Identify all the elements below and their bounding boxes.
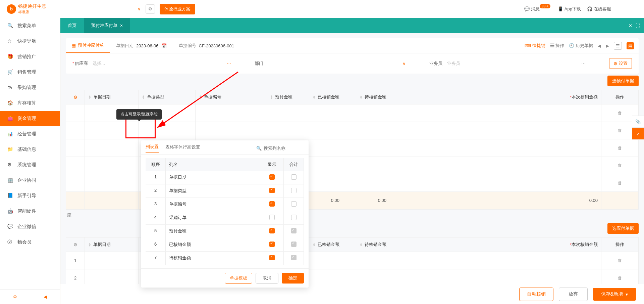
tab-close-all-icon[interactable]: ✕ (629, 23, 632, 28)
show-checkbox[interactable] (269, 174, 275, 180)
sort-icon[interactable]: ▲▼ (360, 243, 363, 247)
app-download-link[interactable]: 📱 App下载 (558, 6, 581, 12)
logo-icon: b (7, 4, 16, 14)
sum-checkbox[interactable] (291, 188, 297, 193)
supplier-more-icon[interactable]: ⋯ (227, 61, 231, 66)
sort-icon[interactable]: ▲▼ (142, 95, 145, 99)
experience-button[interactable]: 体验行业方案 (160, 4, 195, 14)
messages-link[interactable]: 💬 消息 99 + (524, 6, 552, 12)
table-row[interactable]: 🗑 (66, 122, 638, 139)
sidebar-item-inventory[interactable]: 🏠库存核算 (0, 95, 60, 111)
search-icon: 🔍 (7, 23, 13, 29)
sidebar-item-hardware[interactable]: 🤖智能硬件 (0, 204, 60, 219)
delete-icon[interactable]: 🗑 (618, 275, 622, 280)
calendar-icon[interactable]: 📅 (161, 43, 167, 48)
tab-prepay-offset[interactable]: 预付冲应付单 × (84, 18, 130, 33)
prev-icon[interactable]: ◀ (598, 43, 601, 48)
brand-text: 畅捷通好生意 (18, 3, 46, 9)
select-prepay-button[interactable]: 选预付单据 (607, 76, 639, 86)
view-list-icon[interactable]: ☰ (614, 42, 622, 50)
sidebar-item-search[interactable]: 🔍搜索菜单 (0, 18, 60, 34)
show-checkbox[interactable] (269, 215, 275, 220)
sum-checkbox[interactable] (291, 201, 297, 207)
form-settings-button[interactable]: ⚙ 设置 (609, 58, 632, 69)
template-button[interactable]: 单据模板 (225, 273, 252, 284)
shortcut-link[interactable]: ⌨ 快捷键 (525, 43, 545, 49)
sidebar-item-basic[interactable]: 📁基础信息 (0, 142, 60, 157)
delete-icon[interactable]: 🗑 (618, 258, 622, 263)
auto-verify-button[interactable]: 自动核销 (519, 288, 553, 301)
column-settings-button-2[interactable]: ⚙ (66, 237, 85, 252)
delete-icon[interactable]: 🗑 (618, 180, 622, 185)
history-link[interactable]: 🕘 历史单据 (569, 43, 593, 49)
tab-expand-icon[interactable]: ⛶ (636, 23, 640, 28)
sort-icon[interactable]: ▲▼ (199, 95, 202, 99)
doc-no: CF-20230606-001 (199, 43, 234, 48)
expand-tab[interactable]: ⤢ (632, 128, 644, 140)
sidebar-item-wechat[interactable]: 💬企业微信 (0, 219, 60, 234)
sort-icon[interactable]: ▲▼ (313, 95, 316, 99)
sidebar-item-marketing[interactable]: 🎁营销推广 (0, 49, 60, 64)
delete-icon[interactable]: 🗑 (618, 145, 622, 150)
collapse-icon[interactable]: ◀ (44, 294, 47, 299)
sort-icon[interactable]: ▲▼ (313, 243, 316, 247)
sort-icon[interactable]: ▲▼ (360, 95, 363, 99)
delete-icon[interactable]: 🗑 (618, 111, 622, 116)
sidebar-item-operation[interactable]: 📊经营管理 (0, 126, 60, 142)
sidebar-item-quicknav[interactable]: ☆快捷导航 (0, 34, 60, 49)
expand-icon: ⤢ (636, 131, 640, 136)
sort-icon[interactable]: ▲▼ (88, 243, 91, 247)
ops-link[interactable]: ☰ 操作 (550, 43, 565, 49)
sidebar-item-guide[interactable]: 📘新手引导 (0, 188, 60, 204)
emp-more-icon[interactable]: ⋯ (581, 61, 586, 66)
sidebar-item-funds[interactable]: 👛资金管理 (0, 111, 60, 126)
building-icon: 🏢 (7, 177, 13, 183)
popup-tab-font[interactable]: 表格字体行高设置 (165, 144, 200, 152)
show-checkbox[interactable] (269, 201, 275, 207)
column-settings-button[interactable]: ⚙ (66, 90, 85, 104)
delete-icon[interactable]: 🗑 (618, 128, 622, 133)
tab-home[interactable]: 首页 (60, 18, 84, 33)
doc-date[interactable]: 2023-06-06 (136, 43, 159, 48)
delete-icon[interactable]: 🗑 (618, 163, 622, 168)
message-icon: 💬 (524, 6, 530, 11)
show-checkbox[interactable] (269, 228, 275, 233)
column-search-input[interactable] (264, 146, 304, 151)
popup-tab-columns[interactable]: 列设置 (146, 144, 159, 153)
view-detail-icon[interactable]: ▤ (627, 42, 634, 49)
popup-row: 2单据类型 (146, 184, 304, 198)
select-payable-button[interactable]: 选应付单据 (607, 223, 639, 234)
close-icon[interactable]: × (120, 23, 123, 28)
org-dropdown[interactable]: ∨ (77, 6, 141, 11)
sidebar-item-system[interactable]: ⚙系统管理 (0, 157, 60, 173)
supplier-input[interactable]: 选择... (93, 60, 223, 67)
dept-dropdown-icon[interactable]: ∨ (402, 61, 406, 66)
settings-bottom-icon[interactable]: ⚙ (13, 294, 17, 299)
sum-checkbox[interactable] (291, 215, 297, 220)
sort-icon[interactable]: ▲▼ (88, 95, 91, 99)
next-icon[interactable]: ▶ (606, 43, 609, 48)
doc-type-tab[interactable]: ▦ 预付冲应付单 (66, 38, 110, 53)
emp-input[interactable]: 业务员 (447, 60, 578, 67)
sidebar-item-enterprise[interactable]: 🏢企业协同 (0, 173, 60, 188)
folder-icon: 📁 (7, 146, 13, 153)
cancel-button[interactable]: 取消 (256, 273, 278, 284)
show-checkbox[interactable] (269, 242, 275, 247)
show-checkbox[interactable] (269, 188, 275, 193)
gear-icon: ⚙ (73, 95, 77, 100)
show-checkbox[interactable] (269, 255, 275, 260)
document-header: ▦ 预付冲应付单 单据日期 2023-06-06 📅 单据编号 CF-20230… (66, 38, 639, 74)
sum-checkbox[interactable] (291, 174, 297, 180)
sort-icon[interactable]: ▲▼ (270, 95, 273, 99)
discard-button[interactable]: 放弃 (559, 288, 588, 301)
sidebar-item-member[interactable]: Ⓥ畅会员 (0, 234, 60, 250)
settings-icon-btn[interactable]: ⚙ (146, 4, 155, 14)
sum-checkbox (291, 255, 297, 260)
book-icon: 📘 (7, 193, 13, 199)
customer-service-link[interactable]: 🎧 在线客服 (587, 6, 611, 12)
sidebar-item-purchase[interactable]: 🛍采购管理 (0, 80, 60, 95)
ok-button[interactable]: 确定 (282, 273, 304, 284)
attachment-tab[interactable]: 📎 (632, 116, 644, 128)
sidebar-item-sales[interactable]: 🛒销售管理 (0, 64, 60, 80)
save-new-button[interactable]: 保存&新增 ▾ (593, 288, 636, 301)
